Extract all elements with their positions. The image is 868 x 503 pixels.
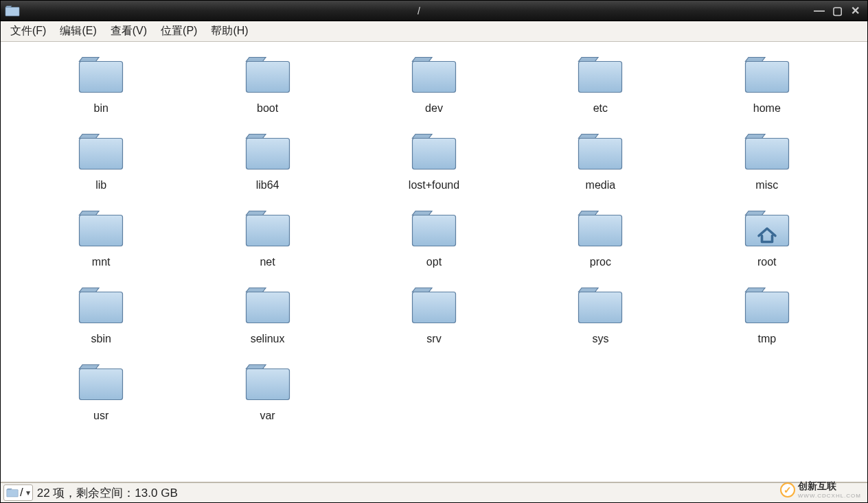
folder-icon xyxy=(716,54,819,98)
svg-rect-21 xyxy=(80,369,123,400)
svg-rect-10 xyxy=(745,139,788,169)
folder-label: boot xyxy=(216,102,319,115)
folder-icon xyxy=(716,285,819,329)
folder-icon xyxy=(549,285,652,329)
folder-srv[interactable]: srv xyxy=(382,285,486,345)
folder-root[interactable]: root xyxy=(716,208,819,268)
folder-label: var xyxy=(216,410,319,422)
folder-boot[interactable]: boot xyxy=(216,54,319,115)
folder-label: media xyxy=(549,179,652,191)
svg-rect-5 xyxy=(745,62,788,93)
folder-label: mnt xyxy=(49,256,152,268)
folder-label: bin xyxy=(49,102,152,115)
folder-icon xyxy=(216,208,319,252)
folder-label: sys xyxy=(549,333,652,345)
svg-rect-12 xyxy=(246,215,289,246)
svg-rect-19 xyxy=(579,292,622,323)
folder-icon xyxy=(49,54,152,98)
folder-tmp[interactable]: tmp xyxy=(716,285,819,345)
svg-rect-23 xyxy=(7,490,19,498)
svg-rect-7 xyxy=(246,139,289,169)
folder-label: misc xyxy=(716,179,819,191)
folder-sys[interactable]: sys xyxy=(549,285,652,345)
folder-icon xyxy=(49,285,152,329)
folder-bin[interactable]: bin xyxy=(49,54,152,115)
menu-location[interactable]: 位置(P) xyxy=(154,21,204,41)
folder-label: lib xyxy=(49,179,152,191)
folder-label: opt xyxy=(382,256,486,268)
folder-icon xyxy=(382,285,486,329)
folder-lib[interactable]: lib xyxy=(49,131,152,191)
folder-misc[interactable]: misc xyxy=(716,131,819,191)
location-folder-icon xyxy=(6,487,19,498)
icon-viewport[interactable]: bin boot dev etc xyxy=(1,42,867,482)
folder-icon xyxy=(549,131,652,175)
folder-label: tmp xyxy=(716,333,819,345)
folder-sbin[interactable]: sbin xyxy=(49,285,152,345)
folder-opt[interactable]: opt xyxy=(382,208,486,268)
folder-lib64[interactable]: lib64 xyxy=(216,131,319,191)
titlebar[interactable]: / — ▢ ✕ xyxy=(1,1,867,21)
folder-dev[interactable]: dev xyxy=(382,54,486,115)
folder-net[interactable]: net xyxy=(216,208,319,268)
folder-icon xyxy=(216,362,319,406)
folder-lost+found[interactable]: lost+found xyxy=(382,131,486,191)
svg-rect-1 xyxy=(80,62,123,93)
statusbar: / ▾ 22 项，剩余空间：13.0 GB xyxy=(1,482,867,502)
status-text: 22 项，剩余空间：13.0 GB xyxy=(37,485,178,501)
folder-label: net xyxy=(216,256,319,268)
menu-help[interactable]: 帮助(H) xyxy=(204,21,255,41)
svg-rect-3 xyxy=(412,62,455,93)
folder-label: dev xyxy=(382,102,486,115)
folder-label: selinux xyxy=(216,333,319,345)
menu-view[interactable]: 查看(V) xyxy=(104,21,154,41)
window-controls: — ▢ ✕ xyxy=(814,5,867,16)
location-button[interactable]: / ▾ xyxy=(3,484,33,501)
svg-rect-9 xyxy=(579,139,622,169)
svg-rect-0 xyxy=(5,7,19,16)
svg-rect-4 xyxy=(579,62,622,93)
folder-label: etc xyxy=(549,102,652,115)
folder-icon xyxy=(549,54,652,98)
svg-rect-17 xyxy=(246,292,289,323)
folder-home[interactable]: home xyxy=(716,54,819,115)
svg-rect-18 xyxy=(412,292,455,323)
svg-rect-6 xyxy=(80,139,123,169)
folder-icon xyxy=(49,131,152,175)
folder-usr[interactable]: usr xyxy=(49,362,152,422)
folder-etc[interactable]: etc xyxy=(549,54,652,115)
folder-label: usr xyxy=(49,410,152,422)
folder-mnt[interactable]: mnt xyxy=(49,208,152,268)
folder-icon xyxy=(216,131,319,175)
folder-media[interactable]: media xyxy=(549,131,652,191)
svg-rect-22 xyxy=(246,369,289,400)
svg-rect-16 xyxy=(80,292,123,323)
folder-label: home xyxy=(716,102,819,115)
folder-icon xyxy=(216,285,319,329)
folder-icon xyxy=(216,54,319,98)
folder-selinux[interactable]: selinux xyxy=(216,285,319,345)
minimize-button[interactable]: — xyxy=(814,5,825,16)
svg-rect-11 xyxy=(80,215,123,246)
maximize-button[interactable]: ▢ xyxy=(832,5,843,16)
icon-grid: bin boot dev etc xyxy=(28,54,840,422)
folder-proc[interactable]: proc xyxy=(549,208,652,268)
menu-file[interactable]: 文件(F) xyxy=(3,21,53,41)
folder-label: lost+found xyxy=(382,179,486,191)
window-title: / xyxy=(24,5,814,16)
close-button[interactable]: ✕ xyxy=(849,5,860,16)
folder-label: proc xyxy=(549,256,652,268)
folder-label: srv xyxy=(382,333,486,345)
folder-label: sbin xyxy=(49,333,152,345)
folder-icon xyxy=(549,208,652,252)
folder-var[interactable]: var xyxy=(216,362,319,422)
svg-rect-14 xyxy=(579,215,622,246)
folder-icon xyxy=(382,131,486,175)
titlebar-folder-icon xyxy=(5,4,20,18)
menubar: 文件(F) 编辑(E) 查看(V) 位置(P) 帮助(H) xyxy=(1,21,867,42)
folder-icon xyxy=(49,362,152,406)
svg-rect-8 xyxy=(412,139,455,169)
folder-label: lib64 xyxy=(216,179,319,191)
menu-edit[interactable]: 编辑(E) xyxy=(53,21,103,41)
folder-icon xyxy=(382,54,486,98)
